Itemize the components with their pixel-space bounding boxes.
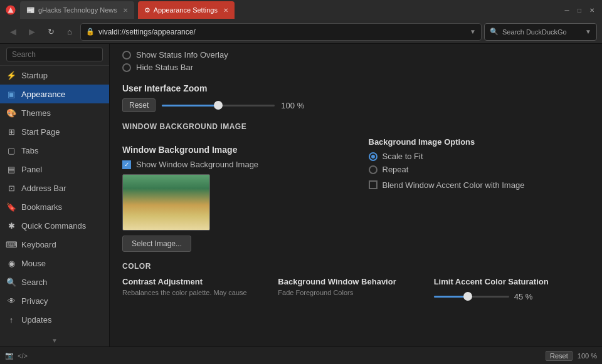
limit-accent-color-title: Limit Accent Color Saturation [434,277,589,286]
sidebar-items-list: ⚡ Startup ▣ Appearance 🎨 Themes ⊞ Start … [0,66,109,335]
sidebar-scroll-down[interactable]: ▼ [0,335,109,346]
close-button[interactable]: ✕ [587,5,597,15]
contrast-adjustment-title: Contrast Adjustment [122,277,278,286]
bookmarks-icon: 🔖 [6,202,16,212]
forward-button[interactable]: ▶ [24,24,40,40]
repeat-label: Repeat [383,165,409,174]
sidebar-item-tabs-label: Tabs [21,146,38,155]
nav-bar: ◀ ▶ ↻ ⌂ 🔒 vivaldi://settings/appearance/… [0,20,602,44]
sidebar-item-panel[interactable]: ▤ Panel [0,160,109,179]
zoom-value: 100 % [281,101,304,110]
repeat-option[interactable]: Repeat [369,165,590,174]
sidebar-item-keyboard[interactable]: ⌨ Keyboard [0,235,109,254]
sidebar: ⚡ Startup ▣ Appearance 🎨 Themes ⊞ Start … [0,44,110,346]
show-status-info-overlay-radio[interactable] [122,51,131,60]
sidebar-item-bookmarks[interactable]: 🔖 Bookmarks [0,197,109,216]
hide-status-bar-label: Hide Status Bar [136,63,193,72]
sidebar-item-mouse[interactable]: ◉ Mouse [0,254,109,273]
accent-color-slider[interactable] [434,290,509,303]
sidebar-item-search[interactable]: 🔍 Search [0,273,109,291]
select-image-button[interactable]: Select Image... [122,236,191,252]
tab-appearance-close[interactable]: ✕ [223,7,228,14]
privacy-icon: 👁 [6,296,16,306]
wbi-section-header: WINDOW BACKGROUND IMAGE [122,122,589,131]
sidebar-item-downloads[interactable]: ⬇ Downloads [0,329,109,335]
tab-appearance[interactable]: ⚙ Appearance Settings ✕ [138,1,235,19]
background-window-behavior-col: Background Window Behavior Fade Foregrou… [278,277,433,303]
themes-icon: 🎨 [6,108,16,118]
quick-commands-icon: ✱ [6,221,16,231]
zoom-slider-thumb[interactable] [214,101,223,110]
search-bar[interactable]: 🔍 Search DuckDuckGo ▼ [484,23,597,41]
blend-label: Blend Window Accent Color with Image [383,180,525,190]
forward-icon: ▶ [29,27,35,36]
sidebar-item-quick-commands[interactable]: ✱ Quick Commands [0,216,109,235]
search-dropdown-icon[interactable]: ▼ [585,28,591,35]
bgi-options-title: Background Image Options [369,137,590,147]
blend-checkbox-row[interactable]: Blend Window Accent Color with Image [369,180,590,190]
tab-ghacks-close[interactable]: ✕ [123,7,128,14]
accent-color-fill [434,296,468,298]
url-text: vivaldi://settings/appearance/ [98,28,466,36]
minimize-button[interactable]: ─ [562,5,572,15]
sidebar-item-address-bar[interactable]: ⊡ Address Bar [0,179,109,197]
main-layout: ⚡ Startup ▣ Appearance 🎨 Themes ⊞ Start … [0,44,602,346]
sidebar-item-start-page[interactable]: ⊞ Start Page [0,122,109,141]
sidebar-search-input[interactable] [6,48,103,61]
window-controls: ─ □ ✕ [562,5,597,15]
address-bar[interactable]: 🔒 vivaldi://settings/appearance/ ▼ [80,23,482,41]
sidebar-item-keyboard-label: Keyboard [21,240,56,249]
show-wbi-checkbox-row[interactable]: ✓ Show Window Background Image [122,160,344,169]
scale-to-fit-label: Scale to Fit [383,152,423,161]
search-icon: 🔍 [490,28,499,36]
sidebar-item-themes-label: Themes [21,108,51,118]
sidebar-item-themes[interactable]: 🎨 Themes [0,103,109,122]
start-page-icon: ⊞ [6,127,16,137]
reload-button[interactable]: ↻ [43,24,59,40]
hide-status-bar-radio[interactable] [122,63,131,72]
search-placeholder: Search DuckDuckGo [502,28,567,36]
tab-appearance-label: Appearance Settings [154,6,218,14]
sidebar-item-updates[interactable]: ↑ Updates [0,310,109,329]
sidebar-item-startup[interactable]: ⚡ Startup [0,66,109,85]
show-status-info-overlay-label: Show Status Info Overlay [136,50,228,60]
sidebar-item-privacy[interactable]: 👁 Privacy [0,291,109,310]
sidebar-item-privacy-label: Privacy [21,296,48,306]
scale-to-fit-option[interactable]: Scale to Fit [369,152,590,161]
zoom-slider-fill [162,105,218,107]
zoom-slider-container[interactable] [162,99,275,112]
sidebar-item-mouse-label: Mouse [21,259,46,268]
zoom-row: Reset 100 % [122,98,589,112]
sidebar-item-startup-label: Startup [21,71,48,80]
zoom-reset-button[interactable]: Reset [122,98,156,112]
maximize-button[interactable]: □ [574,5,584,15]
show-status-info-overlay-row: Show Status Info Overlay [122,50,589,60]
blend-checkbox[interactable] [369,180,378,189]
keyboard-icon: ⌨ [6,239,16,249]
sidebar-item-start-page-label: Start Page [21,127,60,137]
sidebar-item-tabs[interactable]: ▢ Tabs [0,141,109,160]
show-wbi-label: Show Window Background Image [136,160,258,169]
wbi-layout: Window Background Image ✓ Show Window Ba… [122,137,589,252]
accent-color-thumb[interactable] [463,292,472,301]
sidebar-item-appearance[interactable]: ▣ Appearance [0,85,109,103]
camera-status-icon: 📷 [5,351,14,360]
color-section-header: COLOR [122,262,589,271]
zoom-section-title: User Interface Zoom [122,83,589,93]
status-reset-button[interactable]: Reset [546,351,573,361]
address-dropdown-icon[interactable]: ▼ [470,28,476,35]
sidebar-search-container [0,44,109,66]
show-wbi-checkbox[interactable]: ✓ [122,160,131,169]
wbi-image-inner [123,175,209,230]
tab-ghacks[interactable]: 📰 gHacks Technology News ✕ [20,1,134,19]
scale-to-fit-radio[interactable] [369,152,378,161]
back-button[interactable]: ◀ [5,24,21,40]
tab-ghacks-label: gHacks Technology News [38,6,117,14]
repeat-radio[interactable] [369,165,378,174]
startup-icon: ⚡ [6,70,16,80]
home-button[interactable]: ⌂ [61,24,78,40]
sidebar-item-updates-label: Updates [21,315,51,325]
sidebar-item-appearance-label: Appearance [21,90,65,99]
hide-status-bar-row: Hide Status Bar [122,63,589,72]
wbi-left: Window Background Image ✓ Show Window Ba… [122,137,344,252]
